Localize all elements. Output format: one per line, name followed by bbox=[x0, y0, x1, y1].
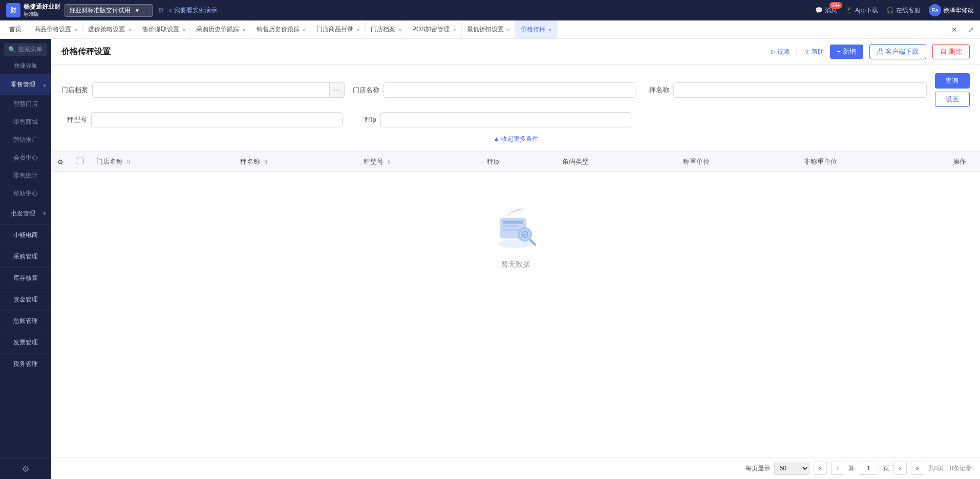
store-archive-field: 门店档案 ··· bbox=[61, 82, 345, 98]
sidebar-item-marketing[interactable]: 营销推广 bbox=[0, 131, 51, 149]
tab-close-icon[interactable]: × bbox=[356, 27, 359, 33]
sort-icon[interactable]: ⇅ bbox=[387, 159, 391, 165]
store-archive-label: 门店档案 bbox=[61, 85, 88, 95]
table-header-row: ⚙ 门店名称 ⇅ 秤名称 ⇅ bbox=[51, 152, 980, 172]
empty-row: 暂无数据 bbox=[51, 172, 980, 300]
sidebar-item-retail[interactable]: 零售管理 ▲ bbox=[0, 74, 51, 95]
sidebar-search-btn[interactable]: 🔍 搜索菜单 bbox=[4, 43, 47, 56]
store-name-input[interactable] bbox=[384, 82, 636, 98]
settings-button[interactable]: 设置 bbox=[935, 92, 970, 107]
collapse-btn[interactable]: ▲ 收起更多条件 bbox=[61, 133, 970, 147]
sidebar-settings-icon[interactable]: ⚙ bbox=[22, 464, 29, 474]
sidebar-item-purchase[interactable]: 采购管理 bbox=[0, 246, 51, 267]
header-right: 💬 消息 99+ 📱 App下载 🎧 在线客服 Ea 徐泽华修改 bbox=[815, 4, 974, 16]
th-scale-model: 秤型号 ⇅ bbox=[357, 152, 481, 172]
sidebar-item-inventory[interactable]: 库存核算 bbox=[0, 267, 51, 289]
tab-price[interactable]: 商品价格设置 × bbox=[29, 20, 83, 39]
tab-purchase-strategy[interactable]: 进价策略设置 × bbox=[83, 20, 137, 39]
page-title: 价格传秤设置 bbox=[61, 47, 111, 57]
table-area: ⚙ 门店名称 ⇅ 秤名称 ⇅ bbox=[51, 152, 980, 479]
tab-pos-manage[interactable]: POS加密管理 × bbox=[407, 20, 462, 39]
sidebar-item-retail-stats[interactable]: 零售统计 bbox=[0, 167, 51, 185]
sidebar-item-smart-store[interactable]: 智慧门店 bbox=[0, 95, 51, 113]
add-button[interactable]: + 新增 bbox=[830, 45, 863, 59]
th-operation: 操作 bbox=[939, 152, 980, 172]
sidebar-item-finance[interactable]: 资金管理 bbox=[0, 289, 51, 310]
settings-gear-icon[interactable]: ⚙ bbox=[158, 6, 164, 14]
th-scale-name: 秤名称 ⇅ bbox=[234, 152, 357, 172]
tab-close-window-btn[interactable]: ✕ bbox=[947, 23, 962, 37]
th-settings[interactable]: ⚙ bbox=[51, 152, 70, 172]
help-link[interactable]: ？ 帮助 bbox=[804, 48, 824, 56]
th-weight-unit: 称重单位 bbox=[677, 152, 798, 172]
page-size-label: 每页显示 bbox=[745, 464, 770, 473]
content-area: 价格传秤设置 ▷ 视频 | ？ 帮助 + 新增 凸 客户端下载 自 删除 bbox=[51, 39, 980, 479]
tab-sale-history[interactable]: 销售历史价跟踪 × bbox=[251, 20, 311, 39]
download-client-button[interactable]: 凸 客户端下载 bbox=[869, 44, 927, 59]
store-archive-input[interactable] bbox=[93, 83, 329, 97]
scale-ip-input[interactable] bbox=[380, 112, 632, 127]
delete-button[interactable]: 自 删除 bbox=[932, 44, 970, 59]
tab-store-file[interactable]: 门店档案 × bbox=[366, 20, 407, 39]
version-selector[interactable]: 好业财标准版交付试用 ▼ bbox=[65, 4, 153, 17]
page-header: 价格传秤设置 ▷ 视频 | ？ 帮助 + 新增 凸 客户端下载 自 删除 bbox=[51, 39, 980, 65]
store-archive-input-wrap: ··· bbox=[92, 82, 345, 98]
search-form: 门店档案 ··· 门店名称 秤名称 查询 设置 bbox=[51, 65, 980, 152]
tab-home[interactable]: 首页 bbox=[2, 20, 29, 39]
app-download-action[interactable]: 📱 App下载 bbox=[845, 6, 878, 15]
sidebar-item-general-ledger[interactable]: 总账管理 bbox=[0, 310, 51, 332]
scale-model-field: 秤型号 bbox=[61, 112, 343, 127]
search-icon: 🔍 bbox=[8, 46, 16, 53]
sidebar-quick-nav[interactable]: 快捷导航 bbox=[0, 60, 51, 74]
th-store-name: 门店名称 ⇅ bbox=[90, 152, 234, 172]
tab-close-icon[interactable]: × bbox=[453, 27, 456, 33]
page-header-actions: ▷ 视频 | ？ 帮助 + 新增 凸 客户端下载 自 删除 bbox=[771, 44, 970, 59]
sidebar-item-help-center[interactable]: 帮助中心 bbox=[0, 185, 51, 203]
store-archive-dots-btn[interactable]: ··· bbox=[329, 83, 344, 97]
tab-store-catalog[interactable]: 门店商品目录 × bbox=[311, 20, 365, 39]
tab-close-icon[interactable]: × bbox=[128, 27, 131, 33]
first-page-btn[interactable]: « bbox=[814, 462, 827, 475]
tab-sale-strategy[interactable]: 售价提取设置 × bbox=[137, 20, 191, 39]
tab-close-icon[interactable]: × bbox=[242, 27, 245, 33]
message-action[interactable]: 💬 消息 99+ bbox=[815, 6, 837, 15]
tab-purchase-history[interactable]: 采购历史价跟踪 × bbox=[191, 20, 251, 39]
tab-price-scale[interactable]: 价格传秤 × bbox=[516, 20, 557, 39]
tab-close-icon[interactable]: × bbox=[182, 27, 185, 33]
sort-icon[interactable]: ⇅ bbox=[264, 159, 268, 165]
video-link[interactable]: ▷ 视频 bbox=[771, 48, 790, 56]
tab-bar-right: ✕ ⤢ bbox=[947, 23, 978, 37]
tab-min-discount[interactable]: 最低折扣设置 × bbox=[462, 20, 516, 39]
online-service-action[interactable]: 🎧 在线客服 bbox=[886, 6, 921, 15]
sidebar-item-xiaochang[interactable]: 小畅电商 bbox=[0, 224, 51, 246]
page-size-select[interactable]: 50 10 20 100 bbox=[774, 462, 809, 475]
tab-close-icon[interactable]: × bbox=[303, 27, 306, 33]
scale-model-input[interactable] bbox=[91, 112, 343, 127]
tab-close-icon[interactable]: × bbox=[398, 27, 401, 33]
sidebar-item-member[interactable]: 会员中心 bbox=[0, 149, 51, 167]
tab-close-icon[interactable]: × bbox=[548, 27, 551, 33]
demo-link[interactable]: ○ 我要看实例演示 bbox=[168, 6, 217, 15]
settings-icon: ⚙ bbox=[57, 158, 63, 166]
select-all-checkbox[interactable] bbox=[77, 158, 83, 164]
prev-page-btn[interactable]: ‹ bbox=[831, 462, 844, 475]
store-name-field: 门店名称 bbox=[353, 82, 636, 98]
sidebar-item-wholesale[interactable]: 批发管理 ▼ bbox=[0, 203, 51, 224]
user-profile[interactable]: Ea 徐泽华修改 bbox=[929, 4, 974, 16]
page-unit-label: 页 bbox=[883, 464, 889, 473]
th-non-weight-unit: 非称重单位 bbox=[798, 152, 939, 172]
th-checkbox[interactable] bbox=[70, 152, 90, 172]
tab-close-icon[interactable]: × bbox=[507, 27, 510, 33]
last-page-btn[interactable]: » bbox=[911, 462, 924, 475]
sort-icon[interactable]: ⇅ bbox=[126, 159, 131, 165]
tab-close-icon[interactable]: × bbox=[74, 27, 77, 33]
page-number-input[interactable] bbox=[859, 462, 879, 475]
scale-name-input[interactable] bbox=[673, 82, 927, 98]
query-button[interactable]: 查询 bbox=[935, 73, 970, 89]
form-row-2: 秤型号 秤ip bbox=[61, 112, 970, 127]
next-page-btn[interactable]: › bbox=[893, 462, 907, 475]
sidebar-item-tax[interactable]: 税务管理 bbox=[0, 353, 51, 375]
sidebar-item-invoice[interactable]: 发票管理 bbox=[0, 332, 51, 353]
sidebar-item-retail-mall[interactable]: 零售商城 bbox=[0, 113, 51, 131]
tab-expand-btn[interactable]: ⤢ bbox=[964, 23, 978, 37]
